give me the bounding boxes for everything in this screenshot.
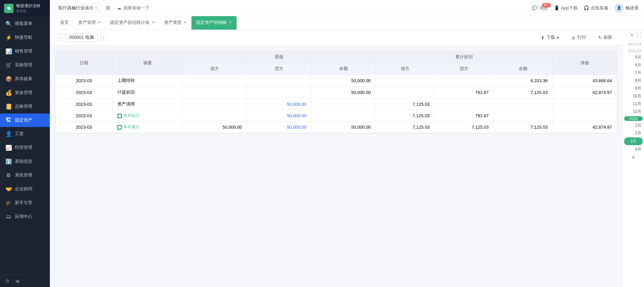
download-button[interactable]: ⬇ 下载 ▾ xyxy=(538,33,562,42)
timeline-top-date-1: 2023.03 xyxy=(623,40,644,47)
sidebar-item-capital[interactable]: 💰 资金管理 xyxy=(0,86,50,100)
message-button[interactable]: 💬 消息 99+ xyxy=(532,5,548,11)
sidebar-item-inventory[interactable]: 📦 库存核算 xyxy=(0,72,50,86)
tab-home[interactable]: 首页 xyxy=(55,16,73,30)
refresh-button[interactable]: ↻ 刷新 xyxy=(595,33,616,42)
settings-icon[interactable]: ⚙ xyxy=(105,5,110,11)
sidebar-item-ledger[interactable]: 📒 总账管理 xyxy=(0,100,50,114)
sidebar-item-search[interactable]: 🔍 搜索菜单 xyxy=(0,17,50,31)
app-download-button[interactable]: 📱 App下载 xyxy=(554,5,578,11)
sidebar-item-purchase[interactable]: 🛒 采购管理 xyxy=(0,58,50,72)
tab-close-asset-mgmt[interactable]: ✕ xyxy=(98,20,101,25)
cell-orig-credit: 50,000.00 xyxy=(247,98,311,110)
sidebar-item-sales[interactable]: 📊 销售管理 xyxy=(0,44,50,58)
sidebar-item-operations[interactable]: 📈 经营管理 xyxy=(0,141,50,155)
tab-asset-ledger[interactable]: 固定资产明细账 ✕ xyxy=(191,16,237,30)
cell-orig-credit: 50,000.00 xyxy=(247,122,311,133)
sidebar-item-corp-collab[interactable]: 🤝 企业协同 xyxy=(0,182,50,196)
cell-dep-debit: 7,125.03 xyxy=(376,110,435,122)
avatar: 👤 xyxy=(614,3,624,13)
capital-icon: 💰 xyxy=(5,90,11,96)
customer-service-icon: 🎧 xyxy=(584,5,589,10)
sidebar-item-quick-nav[interactable]: ⚡ 快捷导航 xyxy=(0,31,50,44)
sidebar-item-system[interactable]: ⚙ 系统管理 xyxy=(0,168,50,182)
timeline-month[interactable]: 2月 xyxy=(623,129,644,137)
sidebar-item-app-center[interactable]: 🗂 应用中心 xyxy=(0,210,50,223)
table-row: 2023-03 上期结转 50,000.00 6,333.36 43,666.6… xyxy=(56,75,617,87)
timeline-month[interactable]: 3月 xyxy=(624,137,643,145)
sidebar-item-salary[interactable]: 👤 工资 xyxy=(0,127,50,141)
cell-date: 2023-03 xyxy=(56,98,113,110)
prev-asset-button[interactable]: ‹ xyxy=(57,34,63,41)
timeline-month[interactable]: 12月 xyxy=(623,108,644,116)
cell-orig-debit xyxy=(183,110,247,122)
cell-orig-debit xyxy=(183,98,247,110)
col-group-depreciation: 累计折旧 xyxy=(376,51,553,63)
expand-panel-icon[interactable]: ⛶ xyxy=(636,32,642,38)
cell-dep-debit xyxy=(376,87,435,98)
sidebar-nav: 🔍 搜索菜单 ⚡ 快捷导航 📊 销售管理 🛒 采购管理 📦 库存核算 💰 资金管… xyxy=(0,17,50,275)
col-dep-balance: 余额 xyxy=(494,63,553,75)
sales-icon: 📊 xyxy=(5,48,11,55)
inventory-icon: 📦 xyxy=(5,76,11,82)
next-asset-button[interactable]: › xyxy=(100,34,107,41)
cell-orig-credit xyxy=(247,87,311,98)
cell-dep-balance: 7,125.03 xyxy=(494,87,553,98)
cell-net-value: 42,874.97 xyxy=(553,122,617,133)
cell-dep-debit xyxy=(376,75,435,87)
panel-header: ✕ ⛶ xyxy=(623,30,644,40)
cell-net-value xyxy=(553,98,617,110)
operations-icon: 📈 xyxy=(5,145,11,151)
cell-orig-debit xyxy=(183,87,247,98)
timeline-month[interactable]: 1月 xyxy=(623,122,644,129)
timeline-month[interactable]: 7月 xyxy=(623,69,644,77)
message-icon: 💬 xyxy=(532,5,538,10)
sidebar: 畅 畅捷通好业财 普及版 🔍 搜索菜单 ⚡ 快捷导航 📊 销售管理 🛒 采购管理… xyxy=(0,0,50,287)
company-name: 医疗器械行业演示 xyxy=(58,5,93,11)
cell-summary: 本月合计 xyxy=(112,110,183,122)
cell-dep-credit: 7,125.03 xyxy=(435,122,494,133)
timeline-month[interactable]: 6月 xyxy=(623,61,644,69)
tab-depreciation-table[interactable]: 固定资产折旧统计表 ✕ xyxy=(105,16,159,30)
cell-dep-balance xyxy=(494,110,553,122)
timeline-month[interactable]: 11月 xyxy=(623,100,644,108)
timeline-scroll-down-icon[interactable]: ⊕ xyxy=(623,153,644,161)
timeline-year-badge[interactable]: 2023 xyxy=(624,116,643,121)
timeline-month[interactable]: 5月 xyxy=(623,54,644,61)
tab-close-depreciation-table[interactable]: ✕ xyxy=(152,20,155,25)
company-selector[interactable]: 医疗器械行业演示 ▾ xyxy=(55,3,100,13)
asset-navigation-bar: ‹ 000001 电脑 › ⬇ 下载 ▾ 🖨 打印 ↻ xyxy=(50,30,622,45)
customer-service-button[interactable]: 🎧 在线客服 xyxy=(584,5,608,11)
col-orig-balance: 余额 xyxy=(311,63,376,75)
col-group-original: 原值 xyxy=(183,51,376,63)
timeline-month[interactable]: 8月 xyxy=(623,77,644,85)
timeline-month[interactable]: 4月 xyxy=(623,146,644,153)
col-dep-credit: 贷方 xyxy=(435,63,494,75)
user-menu[interactable]: 👤 畅捷通 xyxy=(614,3,639,13)
tab-asset-mgmt[interactable]: 资产管理 ✕ xyxy=(73,16,105,30)
refresh-icon: ↻ xyxy=(598,35,602,40)
cell-dep-debit: 7,125.03 xyxy=(376,122,435,133)
tab-close-asset-ledger[interactable]: ✕ xyxy=(229,20,232,25)
cell-summary: 上期结转 xyxy=(112,75,183,87)
experience-button[interactable]: ☁ 我要体验一下 xyxy=(117,5,150,11)
timeline-month[interactable]: 10月 xyxy=(623,92,644,100)
sidebar-item-guide[interactable]: 🎓 新手引导 xyxy=(0,196,50,210)
cell-net-value: 42,874.97 xyxy=(553,87,617,98)
cell-date: 2023-03 xyxy=(56,75,113,87)
app-center-icon: 🗂 xyxy=(5,214,11,220)
timeline-month[interactable]: 9月 xyxy=(623,85,644,92)
table-row: 2023-03 计提折旧 50,000.00 791.67 7,125.03 4… xyxy=(56,87,617,98)
tab-asset-type[interactable]: 资产类型 ✕ xyxy=(159,16,191,30)
print-button[interactable]: 🖨 打印 xyxy=(568,33,589,42)
sidebar-footer: ⚙ ◀ xyxy=(0,275,50,287)
summary-tag: 本年累计 xyxy=(117,124,140,130)
footer-settings-icon[interactable]: ⚙ xyxy=(5,278,10,284)
tab-close-asset-type[interactable]: ✕ xyxy=(184,20,187,25)
summary-icon xyxy=(117,114,122,118)
sidebar-item-fixed-assets[interactable]: 🏗 固定资产 xyxy=(0,114,50,127)
close-panel-icon[interactable]: ✕ xyxy=(629,32,635,38)
footer-collapse-icon[interactable]: ◀ xyxy=(15,278,19,284)
sidebar-item-basic-info[interactable]: ℹ️ 基础信息 xyxy=(0,155,50,168)
cell-dep-balance xyxy=(494,98,553,110)
